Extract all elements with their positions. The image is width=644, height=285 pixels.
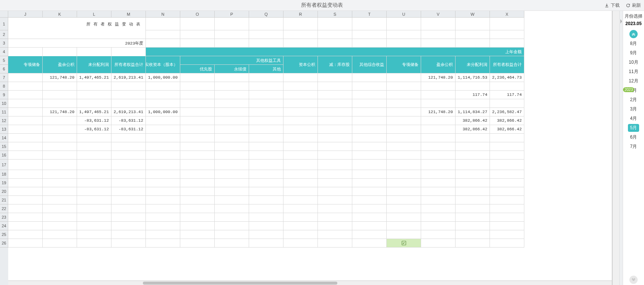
cell[interactable]: 未分配利润 bbox=[77, 56, 111, 73]
cell[interactable]: 121,748.20 bbox=[421, 108, 456, 116]
cell[interactable] bbox=[111, 134, 146, 142]
cell[interactable] bbox=[43, 134, 77, 142]
cell[interactable] bbox=[456, 30, 490, 39]
cell[interactable]: 其他 bbox=[249, 65, 283, 73]
row-header[interactable]: 7 bbox=[0, 73, 8, 82]
cell[interactable] bbox=[215, 91, 249, 99]
cell[interactable]: 382,866.42 bbox=[490, 125, 524, 134]
cell[interactable]: 盈余公积 bbox=[421, 56, 456, 73]
edit-cell[interactable] bbox=[387, 239, 421, 248]
cell[interactable] bbox=[387, 170, 421, 179]
cell[interactable] bbox=[215, 213, 249, 222]
cell[interactable] bbox=[215, 179, 249, 187]
cell[interactable] bbox=[215, 134, 249, 142]
cell[interactable] bbox=[352, 151, 387, 160]
cell[interactable] bbox=[215, 187, 249, 196]
cell[interactable] bbox=[43, 91, 77, 99]
cell[interactable] bbox=[456, 239, 490, 248]
cell[interactable] bbox=[249, 196, 283, 204]
row-header[interactable]: 12 bbox=[0, 116, 8, 125]
cell[interactable] bbox=[456, 18, 490, 30]
cell[interactable] bbox=[421, 239, 456, 248]
cell[interactable]: 所有者权益合计 bbox=[490, 56, 524, 73]
cell[interactable] bbox=[8, 48, 43, 56]
cell[interactable] bbox=[8, 82, 43, 91]
cell[interactable] bbox=[180, 151, 215, 160]
cell[interactable] bbox=[146, 239, 180, 248]
scroll-up-button[interactable] bbox=[629, 30, 638, 38]
cell[interactable] bbox=[318, 73, 352, 82]
cell[interactable] bbox=[318, 99, 352, 108]
cell[interactable] bbox=[352, 196, 387, 204]
column-header[interactable]: N bbox=[146, 11, 180, 18]
cell[interactable] bbox=[318, 179, 352, 187]
cell[interactable] bbox=[283, 125, 318, 134]
cell[interactable]: 专项储备 bbox=[8, 56, 43, 73]
cell[interactable] bbox=[283, 18, 318, 30]
cell[interactable] bbox=[43, 142, 77, 151]
column-header[interactable]: L bbox=[77, 11, 111, 18]
cell[interactable] bbox=[352, 108, 387, 116]
cell[interactable] bbox=[249, 160, 283, 170]
cell[interactable] bbox=[318, 30, 352, 39]
cell[interactable] bbox=[387, 73, 421, 82]
cell[interactable]: 实收资本（股本） bbox=[146, 56, 180, 73]
cell[interactable] bbox=[283, 187, 318, 196]
cell[interactable] bbox=[283, 73, 318, 82]
cell[interactable] bbox=[43, 82, 77, 91]
cell[interactable] bbox=[180, 213, 215, 222]
cell[interactable] bbox=[43, 196, 77, 204]
cell[interactable] bbox=[387, 213, 421, 222]
cell[interactable] bbox=[215, 125, 249, 134]
cell[interactable] bbox=[146, 179, 180, 187]
cell[interactable] bbox=[249, 230, 283, 239]
cell[interactable] bbox=[77, 91, 111, 99]
cell[interactable] bbox=[318, 125, 352, 134]
cell[interactable]: 121,748.20 bbox=[43, 73, 77, 82]
cell[interactable] bbox=[387, 160, 421, 170]
cell[interactable] bbox=[8, 91, 43, 99]
cell[interactable]: 所有者权益合计 bbox=[111, 56, 146, 73]
row-header[interactable]: 11 bbox=[0, 108, 8, 116]
row-header[interactable]: 19 bbox=[0, 179, 8, 187]
cell[interactable] bbox=[77, 151, 111, 160]
cell[interactable] bbox=[387, 108, 421, 116]
cell[interactable] bbox=[180, 142, 215, 151]
cell[interactable] bbox=[456, 82, 490, 91]
cell[interactable]: -83,631.12 bbox=[77, 116, 111, 125]
cell[interactable] bbox=[283, 30, 318, 39]
cell[interactable] bbox=[421, 160, 456, 170]
cell[interactable] bbox=[318, 39, 352, 48]
row-header[interactable]: 24 bbox=[0, 222, 8, 230]
cell[interactable]: 未分配利润 bbox=[456, 56, 490, 73]
column-header[interactable]: O bbox=[180, 11, 215, 18]
cell[interactable] bbox=[456, 99, 490, 108]
cell[interactable] bbox=[249, 116, 283, 125]
cell[interactable] bbox=[215, 18, 249, 30]
cell[interactable] bbox=[215, 151, 249, 160]
cell[interactable] bbox=[111, 91, 146, 99]
row-header[interactable]: 10 bbox=[0, 99, 8, 108]
cell[interactable] bbox=[215, 116, 249, 125]
cell[interactable] bbox=[180, 30, 215, 39]
cell[interactable] bbox=[8, 204, 43, 213]
cell[interactable] bbox=[111, 230, 146, 239]
cell[interactable] bbox=[249, 82, 283, 91]
cell[interactable] bbox=[283, 151, 318, 160]
cell[interactable] bbox=[318, 222, 352, 230]
cell[interactable] bbox=[456, 204, 490, 213]
cell[interactable] bbox=[387, 99, 421, 108]
row-header[interactable]: 8 bbox=[0, 82, 8, 91]
cell[interactable] bbox=[387, 134, 421, 142]
cell[interactable] bbox=[8, 170, 43, 179]
cell[interactable]: 382,866.42 bbox=[490, 116, 524, 125]
cell[interactable] bbox=[43, 230, 77, 239]
cell[interactable]: 2,619,213.41 bbox=[111, 73, 146, 82]
cell[interactable] bbox=[352, 222, 387, 230]
month-option[interactable]: 10月 bbox=[626, 58, 640, 66]
cell[interactable] bbox=[421, 222, 456, 230]
cell[interactable] bbox=[249, 170, 283, 179]
cell[interactable] bbox=[318, 204, 352, 213]
cell[interactable] bbox=[180, 82, 215, 91]
cell[interactable] bbox=[249, 39, 283, 48]
